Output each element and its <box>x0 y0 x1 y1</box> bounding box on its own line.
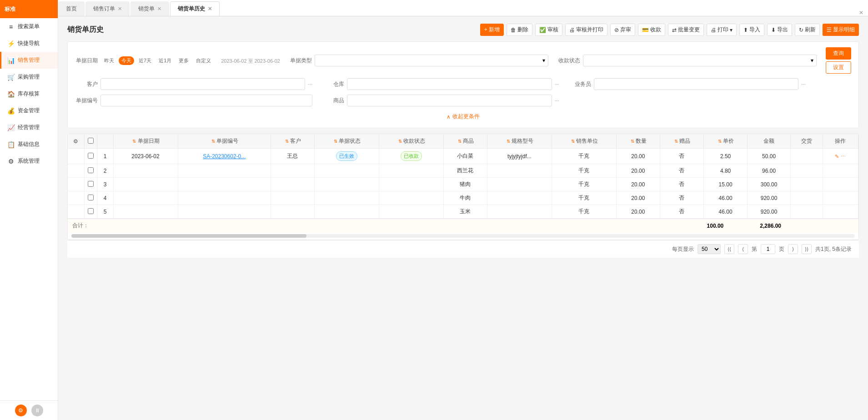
add-button[interactable]: + 新增 <box>480 24 504 36</box>
goods-ellipsis[interactable]: ··· <box>555 97 559 104</box>
sidebar-pause-btn[interactable]: ⏸ <box>31 405 43 416</box>
col-spec[interactable]: ⇅ 规格型号 <box>487 134 552 149</box>
collapse-button[interactable]: ∧ 收起更条件 <box>75 111 851 122</box>
tab-close-sales-order[interactable]: ✕ <box>118 6 122 12</box>
sort-icon: ⇅ <box>631 139 634 144</box>
goods-input[interactable] <box>347 95 552 106</box>
tab-home[interactable]: 首页 <box>58 1 85 16</box>
row-gear <box>68 164 84 178</box>
review-button[interactable]: ✅ 审核 <box>535 24 562 36</box>
select-all-checkbox[interactable] <box>88 138 94 144</box>
import-button[interactable]: ⬆ 导入 <box>739 24 764 36</box>
data-table: ⚙ ⇅ 单据日期 ⇅ 单据编号 ⇅ 客户 <box>68 134 858 219</box>
tab-sales-history[interactable]: 销货单历史 ✕ <box>170 1 220 16</box>
per-page-select[interactable]: 50 100 200 <box>697 244 721 254</box>
row-goods: 小白菜 <box>443 149 487 164</box>
customer-ellipsis[interactable]: ··· <box>308 81 312 87</box>
salesperson-ellipsis[interactable]: ··· <box>801 81 806 87</box>
filter-goods: 商品 ··· <box>321 95 559 106</box>
sidebar-item-sys-mgmt[interactable]: ⚙ 系统管理 <box>0 153 58 170</box>
page-next-btn[interactable]: ⟩ <box>788 244 798 254</box>
delete-button[interactable]: 🗑 删除 <box>507 24 532 36</box>
date-pill-1month[interactable]: 近1月 <box>156 56 174 65</box>
sidebar-item-label: 库存核算 <box>18 90 40 98</box>
sidebar-item-finance-mgmt[interactable]: 💰 资金管理 <box>0 102 58 119</box>
row-amount: 300.00 <box>748 178 791 191</box>
date-pill-custom[interactable]: 自定义 <box>193 56 214 65</box>
table-row: 4牛肉千克20.00否46.00920.00 <box>68 191 858 205</box>
row-spec <box>487 205 552 219</box>
tab-sales-goods[interactable]: 销货单 ✕ <box>130 1 169 16</box>
doc-type-select[interactable]: ▾ <box>315 55 548 66</box>
col-checkbox[interactable] <box>84 134 97 149</box>
date-pills: 昨天 今天 近7天 近1月 更多 自定义 <box>101 56 214 65</box>
col-doc-date[interactable]: ⇅ 单据日期 <box>113 134 178 149</box>
setting-button[interactable]: 设置 <box>826 61 851 74</box>
page-prev-btn[interactable]: ⟨ <box>738 244 748 254</box>
sidebar-item-purchase-mgmt[interactable]: 🛒 采购管理 <box>0 69 58 85</box>
date-range: 2023-06-02 至 2023-06-02 <box>221 58 280 65</box>
sidebar-item-sales-mgmt[interactable]: 📊 销售管理 <box>0 52 58 69</box>
col-sales-unit[interactable]: ⇅ 销售单位 <box>552 134 616 149</box>
col-goods[interactable]: ⇅ 商品 <box>443 134 487 149</box>
sidebar-item-ops-mgmt[interactable]: 📈 经营管理 <box>0 119 58 136</box>
row-checkbox[interactable] <box>84 178 97 191</box>
tab-sales-order[interactable]: 销售订单 ✕ <box>85 1 130 16</box>
page-last-btn[interactable]: ⟩⟩ <box>802 244 812 254</box>
col-unit-price[interactable]: ⇅ 单价 <box>704 134 748 149</box>
row-spec <box>487 164 552 178</box>
warehouse-input[interactable] <box>347 78 552 90</box>
sidebar-item-label: 采购管理 <box>18 73 40 81</box>
refresh-button[interactable]: ↻ 刷新 <box>795 24 820 36</box>
export-button[interactable]: ⬇ 导出 <box>767 24 792 36</box>
row-checkbox[interactable] <box>84 191 97 205</box>
row-checkbox[interactable] <box>84 164 97 178</box>
batch-change-button[interactable]: ⇄ 批量变更 <box>668 24 704 36</box>
show-detail-button[interactable]: ☰ 显示明细 <box>823 24 859 36</box>
col-doc-status[interactable]: ⇅ 单据状态 <box>315 134 379 149</box>
page-first-btn[interactable]: ⟨⟨ <box>724 244 734 254</box>
row-checkbox[interactable] <box>84 205 97 219</box>
col-quantity[interactable]: ⇅ 数量 <box>616 134 660 149</box>
tab-close-sales-goods[interactable]: ✕ <box>157 6 161 12</box>
col-gear[interactable]: ⚙ <box>68 134 84 149</box>
print-dropdown-icon: ▾ <box>730 27 733 33</box>
col-doc-no[interactable]: ⇅ 单据编号 <box>178 134 271 149</box>
page-input[interactable] <box>761 244 775 254</box>
tab-close-sales-history[interactable]: ✕ <box>208 6 212 12</box>
date-pill-today[interactable]: 今天 <box>119 56 134 65</box>
warehouse-ellipsis[interactable]: ··· <box>555 81 559 87</box>
query-button[interactable]: 查询 <box>826 47 851 60</box>
row-doc-no[interactable]: SA-20230602-0... <box>178 149 271 164</box>
more-action-btn[interactable]: ⋯ <box>841 154 846 159</box>
total-info: 共1页, 5条记录 <box>815 245 852 253</box>
salesperson-label: 业务员 <box>568 80 591 88</box>
scrollbar-thumb[interactable] <box>71 234 306 238</box>
doc-no-input[interactable] <box>100 95 312 106</box>
row-doc-status <box>315 191 379 205</box>
edit-action-btn[interactable]: ✎ <box>835 154 839 159</box>
sidebar-item-search-menu[interactable]: ≡ 搜索菜单 <box>0 18 58 35</box>
col-gift[interactable]: ⇅ 赠品 <box>660 134 703 149</box>
review-print-button[interactable]: 🖨 审核并打印 <box>565 24 607 36</box>
sidebar-settings-btn[interactable]: ⚙ <box>15 405 27 416</box>
collect-button[interactable]: 💳 收款 <box>638 24 665 36</box>
col-customer[interactable]: ⇅ 客户 <box>271 134 314 149</box>
col-pay-status[interactable]: ⇅ 收款状态 <box>379 134 443 149</box>
tab-bar: 首页 销售订单 ✕ 销货单 ✕ 销货单历史 ✕ ✕ <box>58 0 868 16</box>
salesperson-input[interactable] <box>594 78 798 90</box>
pay-status-select[interactable]: ▾ <box>583 55 817 66</box>
print-button[interactable]: 🖨 打印 ▾ <box>707 24 737 36</box>
tab-bar-close-all[interactable]: ✕ <box>859 10 868 16</box>
date-pill-more[interactable]: 更多 <box>176 56 191 65</box>
date-pill-yesterday[interactable]: 昨天 <box>101 56 117 65</box>
date-pill-7days[interactable]: 近7天 <box>136 56 154 65</box>
sys-icon: ⚙ <box>7 158 15 165</box>
sidebar-item-stock-calc[interactable]: 🏠 库存核算 <box>0 85 58 102</box>
sidebar-item-basic-info[interactable]: 📋 基础信息 <box>0 136 58 153</box>
horizontal-scrollbar[interactable] <box>71 234 855 238</box>
abandon-button[interactable]: ⊘ 弃审 <box>610 24 635 36</box>
customer-input[interactable] <box>100 78 305 90</box>
row-checkbox[interactable] <box>84 149 97 164</box>
sidebar-item-quick-nav[interactable]: ⚡ 快捷导航 <box>0 35 58 52</box>
